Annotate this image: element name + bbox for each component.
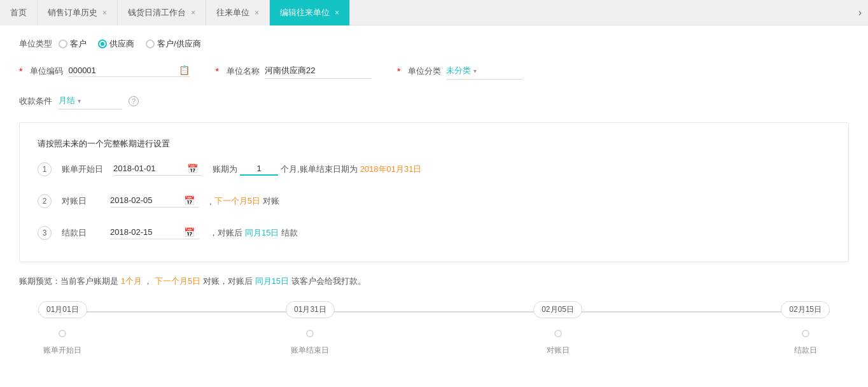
period-input[interactable] [240,164,278,176]
step-suffix-3: 结款 [281,227,298,239]
preview-period: 1个月 [121,276,142,286]
copy-icon[interactable]: 📋 [179,65,190,75]
radio-supplier-label: 供应商 [109,38,134,50]
step-date-input-3[interactable] [110,227,180,237]
timeline-wrapper: 01月01日 账单开始日 01月31日 账单结束日 02月05日 对账日 02月… [19,301,849,356]
timeline-node-label-3: 结款日 [794,345,817,356]
tab-cash-work-close[interactable]: × [191,8,195,17]
category-select-value: 未分类 [446,65,471,76]
tab-cash-work[interactable]: 钱货日清工作台 × [118,0,206,25]
tab-home[interactable]: 首页 [0,0,38,25]
tab-partner[interactable]: 往来单位 × [206,0,270,25]
code-name-category-row: * 单位编码 📋 * 单位名称 * 单位分类 未分类 ▾ [19,62,849,80]
radio-supplier[interactable]: 供应商 [98,38,134,50]
tab-edit-partner-label: 编辑往来单位 [280,7,330,18]
tab-partner-close[interactable]: × [255,8,259,17]
radio-customer-circle [59,39,67,48]
category-required: * [397,66,400,76]
name-label: 单位名称 [227,66,260,77]
preview-text: 账期预览：当前客户账期是 1个月 ， 下一个月5日 对账，对账后 同月15日 该… [19,274,849,288]
tabs-bar: 首页 销售订单历史 × 钱货日清工作台 × 往来单位 × 编辑往来单位 × › [0,0,868,25]
section-title: 请按照未来的一个完整帐期进行设置 [38,138,830,150]
timeline-dot-2 [554,330,562,337]
name-input[interactable] [265,64,372,79]
calendar-icon-1[interactable]: 📅 [187,164,198,174]
radio-supplier-circle [98,39,107,48]
preview-pay: 同月15日 [255,276,289,286]
unit-type-label: 单位类型 [19,38,52,50]
category-chevron-icon: ▾ [473,67,477,74]
step-label-1: 账单开始日 [62,164,103,175]
tabs-arrow[interactable]: › [852,7,868,18]
payment-select[interactable]: 月结 ▾ [59,92,122,109]
step-date-1: 📅 [113,164,202,176]
timeline-dot-0 [59,330,66,337]
preview-suffix: 该客户会给我打款。 [291,276,366,286]
step-number-2: 2 [38,194,52,208]
payment-row: 收款条件 月结 ▾ ? [19,92,849,109]
timeline-node-3: 02月15日 结款日 [781,301,830,356]
timeline-badge-0: 01月01日 [38,301,87,318]
timeline-badge-3: 02月15日 [781,301,830,318]
code-field-group: * 单位编码 📋 [19,65,190,77]
step-date-input-1[interactable] [113,164,183,173]
step-period-unit-1: 个月,账单结束日期为 [281,164,358,175]
timeline-node-1: 01月31日 账单结束日 [286,301,335,356]
name-required: * [215,66,218,76]
step-desc-1: 账期为 个月,账单结束日期为 2018年01月31日 [213,164,421,176]
step-date-input-2[interactable] [110,195,180,205]
preview-prefix: 账期预览：当前客户账期是 [19,276,118,286]
timeline-badge-1: 01月31日 [286,301,335,318]
tab-cash-work-label: 钱货日清工作台 [128,7,186,18]
preview-next: 下一个月5日 [155,276,200,286]
category-label: 单位分类 [408,66,441,77]
category-select[interactable]: 未分类 ▾ [446,62,522,80]
tab-sales-history[interactable]: 销售订单历史 × [38,0,118,25]
tab-edit-partner[interactable]: 编辑往来单位 × [270,0,350,25]
code-input-wrapper: 📋 [68,65,190,77]
tab-edit-partner-close[interactable]: × [335,8,339,17]
step-row-2: 2 对账日 📅 , 下一个月5日 对账 [38,194,830,208]
name-field-group: * 单位名称 [215,64,371,79]
code-required: * [19,66,22,76]
radio-group: 客户 供应商 客户/供应商 [59,38,201,50]
step-row-3: 3 结款日 📅 ，对账后 同月15日 结款 [38,226,830,240]
preview-section: 账期预览：当前客户账期是 1个月 ， 下一个月5日 对账，对账后 同月15日 该… [19,274,849,356]
step-highlight-2: 下一个月5日 [214,195,260,207]
timeline-node-label-2: 对账日 [547,345,570,356]
category-field-group: * 单位分类 未分类 ▾ [397,62,522,80]
unit-type-row: 单位类型 客户 供应商 客户/供应商 [19,38,849,50]
calendar-icon-3[interactable]: 📅 [184,227,195,237]
radio-customer-label: 客户 [70,38,87,50]
step-date-3: 📅 [110,227,199,239]
tab-home-label: 首页 [10,7,27,18]
step-prefix-2: , [209,197,212,206]
help-icon[interactable]: ? [129,96,139,106]
radio-both-circle [146,39,155,48]
radio-both[interactable]: 客户/供应商 [146,38,201,50]
timeline-dot-3 [802,330,809,337]
step-label-2: 对账日 [62,195,100,207]
step-desc-3: ，对账后 同月15日 结款 [209,227,298,239]
payment-label: 收款条件 [19,95,52,107]
timeline-node-0: 01月01日 账单开始日 [38,301,87,356]
timeline-nodes: 01月01日 账单开始日 01月31日 账单结束日 02月05日 对账日 02月… [38,301,830,356]
timeline-node-2: 02月05日 对账日 [533,301,582,356]
step-label-3: 结款日 [62,227,100,239]
radio-both-label: 客户/供应商 [157,38,201,50]
tab-partner-label: 往来单位 [216,7,249,18]
payment-chevron-icon: ▾ [78,97,81,104]
radio-customer[interactable]: 客户 [59,38,87,50]
timeline-dot-1 [306,330,314,337]
page-content: 单位类型 客户 供应商 客户/供应商 * 单位编码 📋 [0,25,868,387]
step-number-3: 3 [38,226,52,240]
tab-sales-history-close[interactable]: × [102,8,107,17]
step-suffix-before-1: 账期为 [213,164,237,175]
section-box: 请按照未来的一个完整帐期进行设置 1 账单开始日 📅 账期为 个月,账单结束日期… [19,122,849,262]
step-highlight-3: 同月15日 [245,227,279,239]
step-date-2: 📅 [110,195,199,208]
timeline-node-label-1: 账单结束日 [291,345,329,356]
calendar-icon-2[interactable]: 📅 [184,195,195,206]
code-input[interactable] [68,66,175,75]
step-row-1: 1 账单开始日 📅 账期为 个月,账单结束日期为 2018年01月31日 [38,162,830,176]
